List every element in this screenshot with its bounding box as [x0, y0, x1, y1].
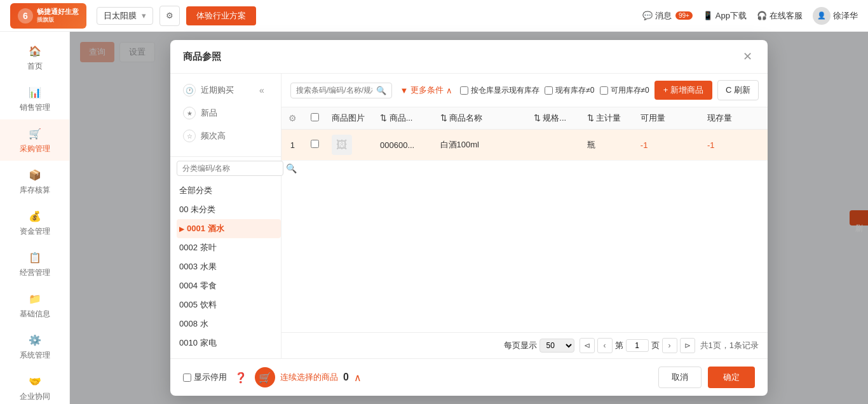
col-spec[interactable]: ⇅ 规格... [527, 107, 581, 130]
sidebar-item-system[interactable]: ⚙️ 系统管理 [0, 326, 69, 367]
checkbox-warehouse-label: 按仓库显示现有库存 [471, 85, 539, 96]
available-stock-checkbox[interactable] [600, 86, 608, 95]
show-disabled-label: 显示停用 [194, 372, 227, 383]
cart-count: 0 [343, 372, 349, 383]
last-page-button[interactable]: ⊳ [680, 338, 695, 353]
sidebar-label-home: 首页 [27, 61, 43, 72]
row-available: -1 [634, 130, 701, 161]
cart-label: 连续选择的商品 [280, 372, 338, 383]
message-icon: 💬 [642, 11, 653, 20]
app-logo[interactable]: 6 畅捷通好生意 插旗版 [10, 3, 86, 29]
enterprise-icon: 🤝 [27, 374, 43, 389]
checkbox-warehouse-stock[interactable]: 按仓库显示现有库存 [460, 85, 539, 96]
next-page-button[interactable]: › [662, 338, 677, 353]
sidebar-item-inventory[interactable]: 📦 库存核算 [0, 161, 69, 202]
filter-button[interactable]: ▼ 更多条件 ∧ [397, 84, 455, 96]
toolbar-right: + 新增商品 C 刷新 [654, 80, 759, 100]
quick-frequent[interactable]: ☆ 频次高 [177, 126, 275, 146]
checkbox-current-stock[interactable]: 现有库存≠0 [545, 85, 594, 96]
sort-icon-spec: ⇅ [534, 113, 541, 123]
search-icon[interactable]: 🔍 [376, 86, 386, 95]
sidebar-item-finance[interactable]: 💰 资金管理 [0, 202, 69, 243]
category-snack[interactable]: 0004 零食 [177, 276, 281, 295]
category-beverage[interactable]: 0005 饮料 [177, 295, 281, 314]
filter-chevron-icon: ∧ [446, 86, 452, 95]
col-stock: 现存量 [701, 107, 768, 130]
sidebar-item-management[interactable]: 📋 经营管理 [0, 243, 69, 285]
product-search-bar: 🔍 [290, 83, 392, 98]
sidebar-item-basic-info[interactable]: 📁 基础信息 [0, 285, 69, 326]
table-row[interactable]: 1 🖼 000600... 白酒100ml 瓶 -1 -1 [281, 130, 768, 161]
chevron-down-icon: ▾ [142, 11, 146, 20]
category-beverage-label: 0005 饮料 [179, 299, 217, 311]
page-number-input[interactable] [626, 339, 649, 352]
select-all-checkbox[interactable] [311, 113, 319, 121]
category-water[interactable]: 0008 水 [177, 314, 281, 333]
category-all[interactable]: 全部分类 [177, 181, 281, 200]
sidebar-item-home[interactable]: 🏠 首页 [0, 37, 69, 78]
collapse-icon[interactable]: « [255, 84, 268, 97]
current-stock-checkbox[interactable] [545, 86, 553, 95]
trial-button[interactable]: 体验行业方案 [186, 6, 256, 25]
category-uncategorized[interactable]: 00 未分类 [177, 200, 281, 219]
col-name[interactable]: ⇅ 商品名称 [434, 107, 527, 130]
main-layout: 🏠 首页 📊 销售管理 🛒 采购管理 📦 库存核算 💰 资金管理 📋 经营管理 … [0, 32, 868, 404]
row-checkbox[interactable] [304, 130, 326, 161]
product-search-input[interactable] [296, 86, 372, 95]
sort-icon-code: ⇅ [380, 113, 387, 123]
warehouse-stock-checkbox[interactable] [460, 86, 468, 95]
help-icon[interactable]: ❓ [234, 372, 247, 384]
category-tea[interactable]: 0002 茶叶 [177, 238, 281, 257]
product-table-wrap: ⚙ 商品图片 [281, 107, 768, 332]
user-profile[interactable]: 👤 徐泽华 [813, 7, 858, 25]
prev-page-button[interactable]: ‹ [597, 338, 613, 353]
sidebar-item-purchase[interactable]: 🛒 采购管理 [0, 119, 69, 161]
settings-column-icon[interactable]: ⚙ [288, 113, 297, 123]
refresh-button[interactable]: C 刷新 [717, 80, 759, 100]
confirm-button[interactable]: 确定 [708, 367, 755, 388]
quick-new-product[interactable]: ★ 新品 [177, 103, 275, 123]
logo-icon: 6 [18, 8, 33, 24]
cart-collapse-icon[interactable]: ∧ [354, 372, 362, 384]
category-appliance[interactable]: 0010 家电 [177, 333, 281, 352]
category-fruit[interactable]: 0003 水果 [177, 257, 281, 276]
quick-new-label: 新品 [201, 107, 217, 119]
sidebar-label-finance: 资金管理 [20, 226, 50, 237]
show-disabled-checkbox[interactable]: 显示停用 [183, 372, 227, 383]
modal-close-button[interactable]: ✕ [740, 49, 755, 64]
gear-icon: ⚙ [166, 11, 173, 20]
phone-icon: 📱 [703, 11, 713, 20]
col-unit[interactable]: ⇅ 主计量 [581, 107, 634, 130]
quick-frequent-label: 频次高 [201, 130, 226, 142]
messages-button[interactable]: 💬 消息 99+ [642, 10, 693, 22]
sidebar-item-sales[interactable]: 📊 销售管理 [0, 78, 69, 119]
sidebar-item-enterprise[interactable]: 🤝 企业协同 [0, 367, 69, 404]
cancel-button[interactable]: 取消 [658, 367, 702, 388]
per-page-dropdown[interactable]: 50 10 20 100 [539, 339, 574, 353]
col-code[interactable]: ⇅ 商品... [374, 107, 434, 130]
disabled-checkbox-input[interactable] [183, 374, 191, 382]
row-spec [527, 130, 581, 161]
inventory-icon: 📦 [27, 167, 43, 182]
cart-icon[interactable]: 🛒 [255, 367, 275, 387]
app-download-button[interactable]: 📱 App下载 [703, 10, 747, 22]
category-snack-label: 0004 零食 [179, 280, 217, 292]
first-page-button[interactable]: ⊲ [580, 338, 595, 353]
category-appliance-label: 0010 家电 [179, 337, 217, 349]
page-info: 共1页，1条记录 [700, 340, 759, 351]
category-search-input[interactable] [177, 161, 283, 176]
add-product-button[interactable]: + 新增商品 [654, 81, 712, 100]
pagination: 每页显示 50 10 20 100 ⊲ ‹ [281, 332, 768, 358]
purchase-icon: 🛒 [27, 126, 43, 141]
category-alcohol[interactable]: ▶ 0001 酒水 [177, 219, 281, 238]
divider [170, 156, 281, 157]
content-area: 查询 设置 刷新 商品参照 ✕ [70, 32, 868, 404]
modal-footer: 显示停用 ❓ 🛒 连续选择的商品 0 ∧ 取消 确定 [170, 358, 768, 396]
home-icon: 🏠 [27, 43, 43, 58]
quick-recent-purchase[interactable]: 🕐 近期购买 « [177, 80, 275, 100]
online-service-button[interactable]: 🎧 在线客服 [757, 10, 803, 22]
checkbox-available-stock[interactable]: 可用库存≠0 [600, 85, 649, 96]
settings-button[interactable]: ⚙ [159, 6, 180, 26]
page-size-select: 每页显示 50 10 20 100 [504, 339, 574, 353]
branch-selector[interactable]: 日太阳膜 ▾ [97, 7, 153, 25]
